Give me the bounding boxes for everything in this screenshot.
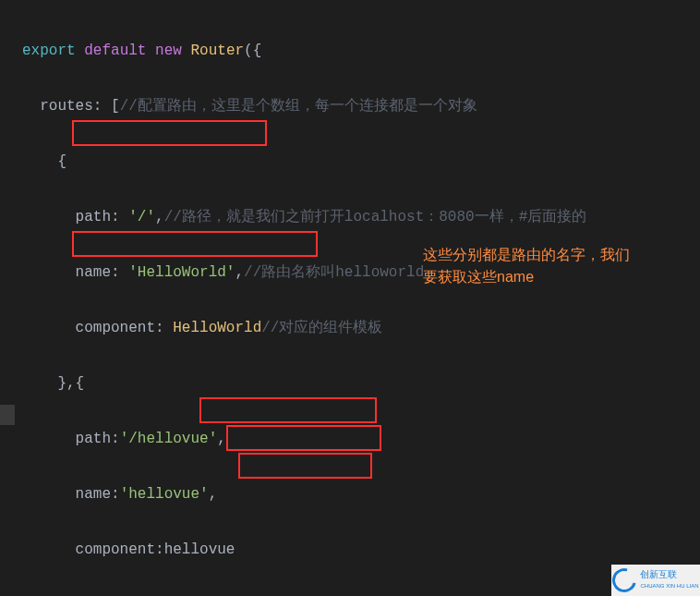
code-line: },{ xyxy=(22,591,700,596)
code-line: path: '/',//路径，就是我们之前打开localhost：8080一样，… xyxy=(22,203,700,231)
identifier: HelloWorld xyxy=(173,320,261,336)
class-router: Router xyxy=(190,43,244,59)
keyword-default: default xyxy=(84,43,146,59)
keyword-new: new xyxy=(155,43,182,59)
comment: //路径，就是我们之前打开localhost：8080一样，#后面接的 xyxy=(164,209,587,225)
code-line: },{ xyxy=(22,370,700,397)
code-line: export default new Router({ xyxy=(22,37,700,65)
code-line: component:hellovue xyxy=(22,536,700,564)
prop-name: name xyxy=(76,486,111,503)
string-helloworld: 'HelloWorld' xyxy=(128,264,235,281)
watermark-text: 创新互联 CHUANG XIN HU LIAN xyxy=(640,569,698,591)
code-line: component: HelloWorld//对应的组件模板 xyxy=(22,314,700,342)
string-path: '/' xyxy=(128,209,155,225)
code-line: routes: [//配置路由，这里是个数组，每一个连接都是一个对象 xyxy=(22,92,700,120)
watermark-logo-icon xyxy=(609,564,642,596)
prop-component: component xyxy=(76,541,155,558)
code-line: path:'/hellovue', xyxy=(22,425,700,453)
string-hellovue: 'hellovue' xyxy=(120,486,209,503)
comment: //路由名称叫helloworld xyxy=(244,264,424,281)
code-editor: export default new Router({ routes: [//配… xyxy=(0,0,700,596)
comment: //对应的组件模板 xyxy=(261,320,382,336)
keyword-export: export xyxy=(22,43,76,59)
prop-name: name xyxy=(76,264,111,281)
prop-path: path xyxy=(76,209,111,225)
prop-routes: routes xyxy=(40,98,93,115)
code-line: { xyxy=(22,148,700,176)
watermark: 创新互联 CHUANG XIN HU LIAN xyxy=(611,565,700,596)
comment: //配置路由，这里是个数组，每一个连接都是一个对象 xyxy=(120,98,477,115)
annotation-text: 这些分别都是路由的名字，我们 要获取这些name xyxy=(423,244,691,288)
prop-component: component xyxy=(76,320,155,336)
prop-path: path xyxy=(76,431,111,447)
code-line: name:'hellovue', xyxy=(22,480,700,508)
identifier: hellovue xyxy=(164,541,235,558)
string-hellovue: '/hellovue' xyxy=(120,431,218,447)
